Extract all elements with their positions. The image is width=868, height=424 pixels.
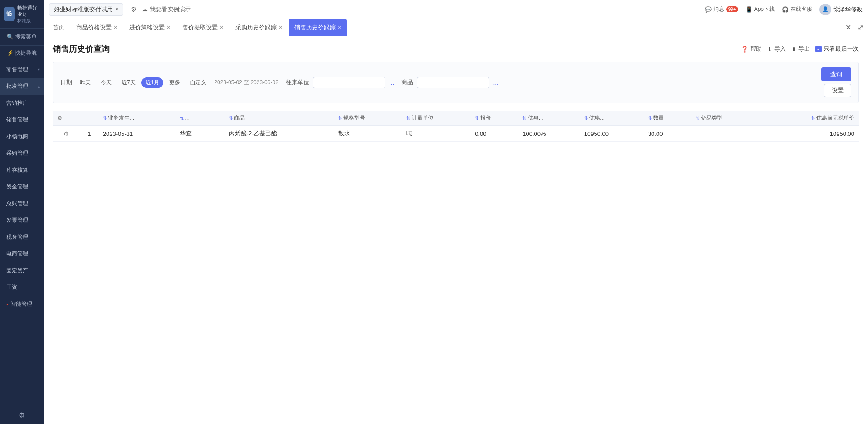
page-actions: ❓ 帮助 ⬇ 导入 ⬆ 导出 ✓ 只看最后一次 <box>741 45 859 53</box>
avatar: 👤 <box>819 4 831 15</box>
col-trade-type[interactable]: ⇅ 交易类型 <box>691 111 760 126</box>
product-picker-icon[interactable]: ... <box>493 79 498 86</box>
sidebar-item-tax[interactable]: 税务管理 <box>0 229 44 246</box>
row-discount-pct: 100.00% <box>518 126 580 142</box>
date-btn-today[interactable]: 今天 <box>97 77 116 88</box>
close-window-icon[interactable]: ✕ <box>843 22 854 33</box>
import-button[interactable]: ⬇ 导入 <box>767 45 786 53</box>
tab-home[interactable]: 首页 <box>47 19 70 36</box>
sidebar-item-wholesale[interactable]: 批发管理 ▴ <box>0 78 44 95</box>
col-discount-pct[interactable]: ⇅ 优惠... <box>518 111 580 126</box>
page-title: 销售历史价查询 <box>53 43 110 54</box>
main-area: 好业财标准版交付试用 ▾ ⚙ ☁ 我要看实例演示 💬 消息 99+ 📱 App下… <box>44 0 868 424</box>
row-spec: 散水 <box>334 126 402 142</box>
date-btn-yesterday[interactable]: 昨天 <box>76 77 95 88</box>
date-range-display: 2023-05-02 至 2023-06-02 <box>214 79 278 87</box>
sidebar-item-inventory[interactable]: 库存核算 <box>0 162 44 178</box>
app-selector[interactable]: 好业财标准版交付试用 ▾ <box>49 3 123 16</box>
col-biz-date[interactable]: ⇅ 业务发生... <box>98 111 176 126</box>
col-qty[interactable]: ⇅ 数量 <box>644 111 691 126</box>
close-tab-icon[interactable]: ✕ <box>337 24 341 30</box>
export-button[interactable]: ⬆ 导出 <box>791 45 810 53</box>
demo-icon: ☁ <box>142 6 148 13</box>
sidebar-quick-nav[interactable]: ⚡ 快捷导航 <box>0 46 44 61</box>
data-table: ⚙ ⇅ 业务发生... ⇅ ... ⇅ 商品 <box>53 111 859 142</box>
sidebar-item-ecommerce-small[interactable]: 小畅电商 <box>0 128 44 145</box>
table-header-row: ⚙ ⇅ 业务发生... ⇅ ... ⇅ 商品 <box>53 111 859 126</box>
settings-gear-icon[interactable]: ⚙ <box>131 5 137 14</box>
sidebar-item-smart[interactable]: 智能管理 <box>0 296 44 313</box>
sidebar-item-finance[interactable]: 资金管理 <box>0 178 44 195</box>
sort-icon: ⇅ <box>338 116 342 120</box>
sort-icon: ⇅ <box>406 116 410 120</box>
sort-icon: ⇅ <box>522 116 526 120</box>
tab-sales-history[interactable]: 销售历史价跟踪 ✕ <box>289 19 347 36</box>
sidebar-item-invoice[interactable]: 发票管理 <box>0 212 44 229</box>
col-product[interactable]: ⇅ 商品 <box>224 111 334 126</box>
table-gear-icon[interactable]: ⚙ <box>57 115 62 121</box>
help-icon: ❓ <box>741 46 748 53</box>
col-extra[interactable]: ⇅ ... <box>176 111 224 126</box>
messages-button[interactable]: 💬 消息 99+ <box>705 5 738 13</box>
sidebar-item-salary[interactable]: 工资 <box>0 279 44 296</box>
col-pretax-price[interactable]: ⇅ 优惠前无税单价 <box>760 111 859 126</box>
only-last-checkbox[interactable]: ✓ 只看最后一次 <box>815 45 859 53</box>
sidebar-search[interactable]: 🔍 搜索菜单 <box>0 29 44 46</box>
col-spec[interactable]: ⇅ 规格型号 <box>334 111 402 126</box>
app-download-button[interactable]: 📱 App下载 <box>746 5 775 13</box>
user-menu[interactable]: 👤 徐泽华修改 <box>819 4 863 15</box>
date-btn-custom[interactable]: 自定义 <box>186 77 210 88</box>
filter-bar: 日期 昨天 今天 近7天 近1月 更多 自定义 2023-05-02 至 202… <box>53 62 859 103</box>
date-btn-last7[interactable]: 近7天 <box>117 77 140 88</box>
tab-price-setting[interactable]: 商品价格设置 ✕ <box>71 19 123 36</box>
checkbox-icon: ✓ <box>815 46 822 52</box>
filter-settings-button[interactable]: 设置 <box>824 84 851 97</box>
tab-purchase-strategy[interactable]: 进价策略设置 ✕ <box>124 19 176 36</box>
close-tab-icon[interactable]: ✕ <box>219 24 224 30</box>
col-discount-amt[interactable]: ⇅ 优惠... <box>580 111 644 126</box>
sidebar-item-purchase[interactable]: 采购管理 <box>0 145 44 162</box>
col-gear: ⚙ <box>53 111 80 126</box>
row-gear-icon[interactable]: ⚙ <box>63 130 69 137</box>
sidebar-bottom: ⚙ <box>0 406 44 424</box>
sidebar-item-ledger[interactable]: 总账管理 <box>0 195 44 212</box>
row-discount-amt: 10950.00 <box>580 126 644 142</box>
close-tab-icon[interactable]: ✕ <box>278 24 283 30</box>
from-unit-picker-icon[interactable]: ... <box>389 79 395 86</box>
settings-icon[interactable]: ⚙ <box>19 411 25 419</box>
close-tab-icon[interactable]: ✕ <box>113 24 117 30</box>
date-btn-more[interactable]: 更多 <box>165 77 184 88</box>
import-icon: ⬇ <box>767 46 772 53</box>
date-btn-last1m[interactable]: 近1月 <box>141 77 164 88</box>
col-unit[interactable]: ⇅ 计量单位 <box>402 111 470 126</box>
logo-text: 畅捷通好业财 标准版 <box>17 5 40 24</box>
product-input[interactable] <box>417 77 489 88</box>
row-qty: 30.00 <box>644 126 691 142</box>
top-bar: 好业财标准版交付试用 ▾ ⚙ ☁ 我要看实例演示 💬 消息 99+ 📱 App下… <box>44 0 868 19</box>
help-button[interactable]: ❓ 帮助 <box>741 45 762 53</box>
expand-icon[interactable]: ⤢ <box>857 22 864 33</box>
col-quote[interactable]: ⇅ 报价 <box>470 111 518 126</box>
close-tab-icon[interactable]: ✕ <box>166 24 171 30</box>
table-row: ⚙ 1 2023-05-31 华查... 丙烯酸-2-乙基己酯 散水 吨 0.0… <box>53 126 859 142</box>
from-unit-input[interactable] <box>313 77 385 88</box>
tab-purchase-history[interactable]: 采购历史价跟踪 ✕ <box>230 19 288 36</box>
sidebar-item-assets[interactable]: 固定资产 <box>0 262 44 279</box>
sidebar-item-ecommerce[interactable]: 电商管理 <box>0 246 44 262</box>
download-icon: 📱 <box>746 6 752 13</box>
demo-button[interactable]: ☁ 我要看实例演示 <box>142 5 191 14</box>
row-product: 丙烯酸-2-乙基己酯 <box>224 126 334 142</box>
query-button[interactable]: 查询 <box>821 67 851 81</box>
filter-action-area: 查询 设置 <box>821 67 851 97</box>
row-num: 1 <box>80 126 98 142</box>
sidebar-item-retail[interactable]: 零售管理 ▾ <box>0 61 44 78</box>
row-extra: 华查... <box>176 126 224 142</box>
sort-icon: ⇅ <box>229 116 233 120</box>
headset-icon: 🎧 <box>782 6 789 13</box>
tab-bar: 首页 商品价格设置 ✕ 进价策略设置 ✕ 售价提取设置 ✕ 采购历史价跟踪 ✕ … <box>44 19 868 36</box>
online-service-button[interactable]: 🎧 在线客服 <box>782 5 812 13</box>
tab-price-extract[interactable]: 售价提取设置 ✕ <box>177 19 229 36</box>
row-biz-date: 2023-05-31 <box>98 126 176 142</box>
sidebar-item-marketing[interactable]: 营销推广 <box>0 95 44 111</box>
sidebar-item-sales-mgmt[interactable]: 销售管理 <box>0 111 44 128</box>
